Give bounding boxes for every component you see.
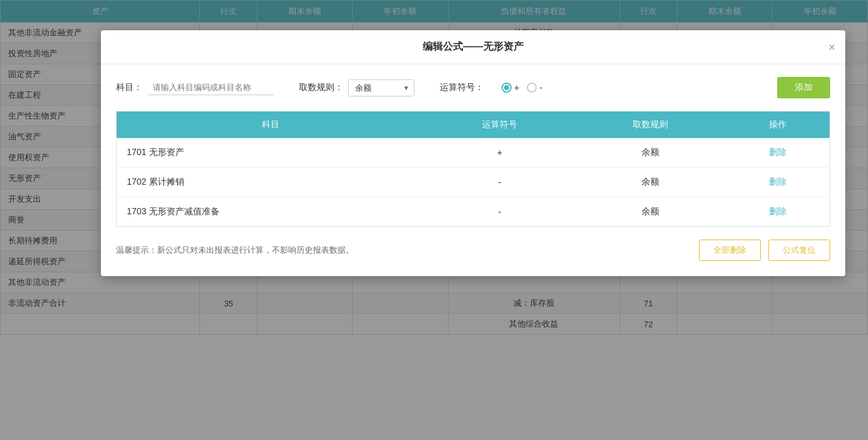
th-action: 操作 xyxy=(726,112,830,139)
th-rule: 取数规则 xyxy=(575,112,726,139)
delete-link[interactable]: 删除 xyxy=(769,177,787,187)
operator-group: 运算符号： + - xyxy=(440,82,542,93)
cell-rule: 余额 xyxy=(575,197,726,227)
delete-all-button[interactable]: 全部删除 xyxy=(699,240,761,261)
subject-label: 科目： xyxy=(116,82,143,93)
cell-operator: + xyxy=(425,138,575,168)
cell-rule: 余额 xyxy=(575,138,726,168)
cell-subject: 1703 无形资产减值准备 xyxy=(117,197,425,227)
rule-select-wrapper: 余额 借方发生额 贷方发生额 期初余额 ▼ xyxy=(348,79,414,96)
form-row: 科目： 取数规则： 余额 借方发生额 贷方发生额 期初余额 ▼ 运算符号： + xyxy=(101,64,845,111)
rule-section: 取数规则： 余额 借方发生额 贷方发生额 期初余额 ▼ xyxy=(299,79,414,96)
cell-action: 删除 xyxy=(726,168,830,197)
rule-label: 取数规则： xyxy=(299,82,343,93)
table-row: 1703 无形资产减值准备 - 余额 删除 xyxy=(117,197,830,227)
modal-close-button[interactable]: × xyxy=(828,42,835,53)
cell-action: 删除 xyxy=(726,138,830,168)
cell-rule: 余额 xyxy=(575,168,726,197)
cell-subject: 1702 累计摊销 xyxy=(117,168,425,197)
radio-minus[interactable]: - xyxy=(527,83,542,93)
modal-title: 编辑公式——无形资产 xyxy=(423,40,524,54)
radio-plus[interactable]: + xyxy=(501,83,519,93)
rule-select[interactable]: 余额 借方发生额 贷方发生额 期初余额 xyxy=(348,79,414,96)
radio-minus-circle xyxy=(527,83,537,93)
subject-input[interactable] xyxy=(148,80,274,95)
modal-dialog: 编辑公式——无形资产 × 科目： 取数规则： 余额 借方发生额 贷方发生额 期初… xyxy=(101,30,845,276)
radio-plus-text: + xyxy=(514,83,519,93)
cell-subject: 1701 无形资产 xyxy=(117,138,425,168)
operator-label: 运算符号： xyxy=(440,82,484,93)
radio-plus-circle xyxy=(501,83,512,93)
cell-operator: - xyxy=(425,197,575,227)
delete-link[interactable]: 删除 xyxy=(769,147,787,157)
th-operator: 运算符号 xyxy=(425,112,575,139)
footer-buttons: 全部删除 公式复位 xyxy=(699,240,830,261)
table-row: 1701 无形资产 + 余额 删除 xyxy=(117,138,830,168)
data-table-wrapper: 科目 运算符号 取数规则 操作 1701 无形资产 + 余额 删除 1702 累… xyxy=(101,111,845,227)
modal-footer: 温馨提示：新公式只对未出报表进行计算，不影响历史报表数据。 全部删除 公式复位 xyxy=(101,227,845,276)
reset-button[interactable]: 公式复位 xyxy=(768,240,830,261)
footer-tip: 温馨提示：新公式只对未出报表进行计算，不影响历史报表数据。 xyxy=(116,245,354,256)
table-row: 1702 累计摊销 - 余额 删除 xyxy=(117,168,830,197)
delete-link[interactable]: 删除 xyxy=(769,206,787,216)
data-table: 科目 运算符号 取数规则 操作 1701 无形资产 + 余额 删除 1702 累… xyxy=(116,111,830,227)
add-button[interactable]: 添加 xyxy=(777,77,830,98)
modal-header: 编辑公式——无形资产 × xyxy=(101,30,845,64)
radio-minus-text: - xyxy=(539,83,542,93)
th-subject: 科目 xyxy=(117,112,425,139)
cell-operator: - xyxy=(425,168,575,197)
cell-action: 删除 xyxy=(726,197,830,227)
